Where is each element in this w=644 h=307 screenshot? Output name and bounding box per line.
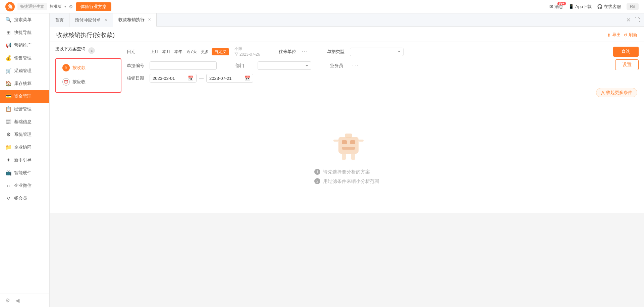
export-button[interactable]: ⬆ 导出 xyxy=(607,32,621,38)
empty-robot-svg xyxy=(330,127,367,164)
refresh-button[interactable]: ↺ 刷新 xyxy=(624,32,637,38)
marketing-icon: 📢 xyxy=(5,42,11,48)
sidebar-item-purchase[interactable]: 🛒 采购管理 xyxy=(0,64,49,77)
solution-button[interactable]: 体验行业方案 xyxy=(76,2,111,11)
shortcut-last-month[interactable]: 上月 xyxy=(149,48,160,55)
tip-text-2: 用过滤条件来缩小分析范围 xyxy=(323,176,379,186)
sidebar-item-label: 销售管理 xyxy=(14,55,32,61)
sidebar-item-marketing[interactable]: 📢 营销推广 xyxy=(0,39,49,52)
shortcut-more[interactable]: 更多 xyxy=(200,48,210,55)
collapse-up-icon: ⋀ xyxy=(601,90,605,95)
tab-receipt-verify[interactable]: 收款核销执行 ✕ xyxy=(113,13,157,27)
doc-type-label: 单据类型 xyxy=(327,49,344,55)
sidebar-item-finance[interactable]: 💳 资金管理 xyxy=(0,90,49,103)
service-icon: 🎧 xyxy=(597,4,602,9)
staff-dots-button[interactable]: ··· xyxy=(352,63,359,69)
newguide-icon: ✦ xyxy=(5,157,11,163)
verify-date-start-input[interactable]: 2023-03-01 📅 xyxy=(150,74,197,83)
verify-date-range: 2023-03-01 📅 — 2023-07-21 📅 xyxy=(150,74,253,83)
filter-section-label: 按以下方案查询 xyxy=(55,46,86,52)
sidebar-item-basicinfo[interactable]: 📰 基础信息 xyxy=(0,115,49,128)
refresh-label: 刷新 xyxy=(629,32,637,38)
sidebar-item-label: 库存核算 xyxy=(14,81,32,87)
tab-close-all-button[interactable]: ✕ xyxy=(625,15,632,24)
topbar-chevron-icon[interactable]: ▾ xyxy=(64,5,66,8)
empty-state: 1 请先选择要分析的方案 2 用过滤条件来缩小分析范围 xyxy=(50,100,644,213)
shortcut-7days[interactable]: 近7天 xyxy=(185,48,198,55)
svg-rect-3 xyxy=(342,147,355,150)
settings-button[interactable]: 设置 xyxy=(615,59,639,70)
sidebar-item-label: 采购管理 xyxy=(14,68,32,74)
sidebar-item-newguide[interactable]: ✦ 新手引导 xyxy=(0,154,49,166)
page-inner: 收款核销执行(按收款) ⬆ 导出 ↺ 刷新 xyxy=(50,27,644,213)
date-shortcuts: 上月 本月 本年 近7天 更多 自定义 xyxy=(149,48,229,55)
dept-label: 部门 xyxy=(235,63,252,69)
date-nolimit-info: 不限 至 2023-07-26 xyxy=(234,46,260,57)
sidebar-item-wechat[interactable]: ○ 企业微信 xyxy=(0,179,49,192)
tip-item-2: 2 用过滤条件来缩小分析范围 xyxy=(314,176,379,186)
export-icon: ⬆ xyxy=(607,33,611,38)
brand-label: 畅捷通好生意 xyxy=(17,3,47,10)
sales-icon: 💰 xyxy=(5,55,11,61)
tab-fullscreen-button[interactable]: ⛶ xyxy=(633,16,641,24)
query-button[interactable]: 查询 xyxy=(613,47,639,57)
message-button[interactable]: ✉ 消息 99+ xyxy=(549,4,563,10)
verify-date-end-input[interactable]: 2023-07-21 📅 xyxy=(206,74,253,83)
sidebar-item-label: 资金管理 xyxy=(14,93,32,99)
sidebar-item-label: 系统管理 xyxy=(14,132,32,138)
message-icon: ✉ xyxy=(549,4,553,9)
sidebar-item-label: 畅会员 xyxy=(14,195,27,201)
partner-dots-button[interactable]: ··· xyxy=(302,49,308,55)
inventory-icon: 🏠 xyxy=(5,81,11,87)
quicknav-icon: ⊞ xyxy=(5,30,11,36)
calendar-start-icon: 📅 xyxy=(188,75,194,81)
query-actions: 查询 设置 xyxy=(612,46,639,70)
svg-rect-6 xyxy=(359,140,364,142)
date-to: 至 2023-07-26 xyxy=(234,52,260,57)
sidebar-collapse-icon[interactable]: ◀ xyxy=(15,297,19,304)
by-receipt-icon: ¥ xyxy=(62,64,70,71)
sidebar-settings-icon[interactable]: ⚙ xyxy=(5,297,10,304)
filter-collapse-button[interactable]: « xyxy=(88,47,95,54)
tab-receipt-close[interactable]: ✕ xyxy=(148,17,151,22)
svg-rect-1 xyxy=(342,140,347,144)
shortcut-custom[interactable]: 自定义 xyxy=(212,48,229,55)
by-receivable-icon: ⏰ xyxy=(62,78,70,86)
doc-no-input[interactable] xyxy=(150,61,217,70)
sidebar-item-search[interactable]: 🔍 搜索菜单 xyxy=(0,13,49,26)
service-button[interactable]: 🎧 在线客服 xyxy=(597,4,621,10)
query-row-1: 日期 上月 本月 本年 近7天 更多 自定义 xyxy=(127,46,606,57)
filter-option-by-receipt[interactable]: ¥ 按收款 xyxy=(58,61,118,74)
filter-options: ¥ 按收款 ⏰ 按应收 xyxy=(55,58,121,93)
verify-date-start-value: 2023-03-01 xyxy=(153,76,175,81)
date-nolimit: 不限 xyxy=(234,46,260,52)
filter-option-by-receivable[interactable]: ⏰ 按应收 xyxy=(58,75,118,88)
topbar-gear-icon[interactable]: ⚙ xyxy=(69,4,73,9)
sidebar-item-label: 智能硬件 xyxy=(14,170,32,176)
sidebar-item-system[interactable]: ⚙ 系统管理 xyxy=(0,128,49,141)
topbar: 兔 畅捷通好生意 标准版 ▾ ⚙ 体验行业方案 ✉ 消息 99+ 📱 App下载… xyxy=(0,0,644,13)
sidebar-item-business[interactable]: 📋 经营管理 xyxy=(0,103,49,115)
svg-rect-8 xyxy=(351,154,355,160)
sidebar-item-quicknav[interactable]: ⊞ 快捷导航 xyxy=(0,26,49,39)
staff-label: 业务员 xyxy=(330,63,347,69)
partner-label: 往来单位 xyxy=(279,49,296,55)
tab-home[interactable]: 首页 xyxy=(50,13,69,27)
sidebar-item-member[interactable]: V 畅会员 xyxy=(0,192,49,205)
tab-prepay[interactable]: 预付冲应付单 ✕ xyxy=(69,13,113,27)
app-download-button[interactable]: 📱 App下载 xyxy=(569,4,592,10)
doc-type-select[interactable] xyxy=(350,48,404,56)
page-content: 收款核销执行(按收款) ⬆ 导出 ↺ 刷新 xyxy=(50,27,644,307)
sidebar-item-hardware[interactable]: 📺 智能硬件 xyxy=(0,166,49,179)
tab-prepay-close[interactable]: ✕ xyxy=(104,18,107,22)
sidebar-item-label: 搜索菜单 xyxy=(14,17,32,23)
collapse-more-label: 收起更多条件 xyxy=(606,90,632,96)
sidebar-item-collab[interactable]: 📁 企业协同 xyxy=(0,141,49,154)
shortcut-this-month[interactable]: 本月 xyxy=(161,48,172,55)
sidebar-item-inventory[interactable]: 🏠 库存核算 xyxy=(0,77,49,90)
collapse-more-button[interactable]: ⋀ 收起更多条件 xyxy=(596,88,637,97)
shortcut-this-year[interactable]: 本年 xyxy=(173,48,184,55)
sidebar-item-sales[interactable]: 💰 销售管理 xyxy=(0,52,49,64)
by-receivable-label: 按应收 xyxy=(72,79,86,85)
dept-select[interactable] xyxy=(258,61,311,70)
